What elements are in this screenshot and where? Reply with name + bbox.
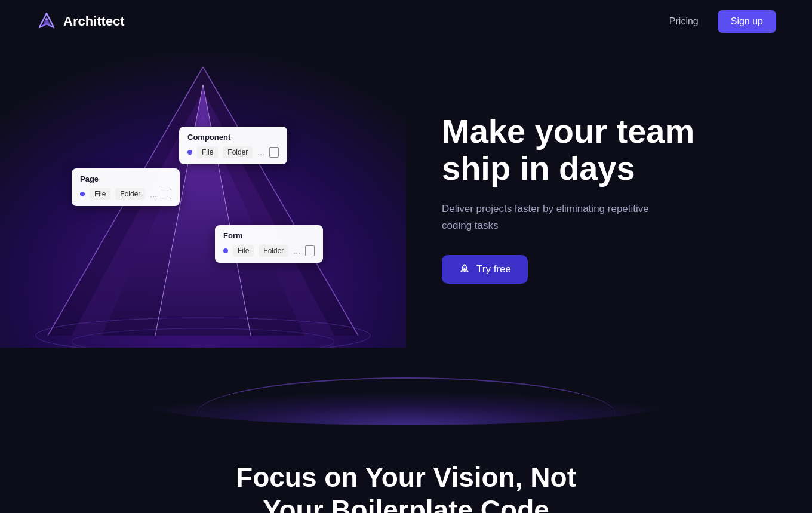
focus-headline-line1: Focus on Your Vision, Not [236,462,576,493]
logo-icon [36,11,57,32]
page-card-title: Page [80,174,171,183]
hero-content: Make your team ship in days Deliver proj… [406,113,812,284]
focus-headline: Focus on Your Vision, Not Your Boilerpla… [36,461,776,513]
brand-name: Archittect [63,14,125,29]
ui-card-form: Form File Folder ... [215,225,323,263]
form-file-btn: File [233,245,254,257]
svg-point-0 [45,18,48,20]
hero-headline: Make your team ship in days [442,113,764,186]
form-file-icon [305,245,315,256]
navbar: Archittect Pricing Sign up [0,0,812,43]
form-folder-btn: Folder [259,245,288,257]
component-card-title: Component [187,133,279,142]
hero-subtext: Deliver projects faster by eliminating r… [442,201,669,233]
pricing-link[interactable]: Pricing [669,16,699,27]
hero-section: Component File Folder ... Page File Fold… [0,43,812,354]
page-folder-btn: Folder [115,188,145,200]
component-file-btn: File [197,146,218,158]
ui-card-component: Component File Folder ... [179,127,287,164]
component-folder-btn: Folder [223,146,253,158]
brand[interactable]: Archittect [36,11,125,32]
signup-button[interactable]: Sign up [718,10,776,33]
form-dots: ... [293,246,300,256]
mountain-illustration [0,49,406,348]
try-free-button[interactable]: Try free [442,255,528,284]
page-dots: ... [150,189,157,199]
rocket-icon [459,263,470,275]
focus-headline-line2: Your Boilerplate Code [263,494,549,513]
nav-right: Pricing Sign up [669,10,776,33]
page-file-icon [162,189,171,199]
component-dots: ... [257,148,264,157]
hero-headline-line1: Make your team [442,112,694,150]
try-free-label: Try free [476,263,511,275]
form-card-title: Form [223,231,315,240]
svg-point-7 [463,268,466,271]
page-file-btn: File [90,188,110,200]
component-file-icon [269,147,279,158]
focus-section: Focus on Your Vision, Not Your Boilerpla… [0,413,812,513]
hero-headline-line2: ship in days [442,149,635,187]
ui-card-page: Page File Folder ... [72,168,180,206]
hero-visual: Component File Folder ... Page File Fold… [0,49,406,348]
horizon-section [0,354,812,413]
